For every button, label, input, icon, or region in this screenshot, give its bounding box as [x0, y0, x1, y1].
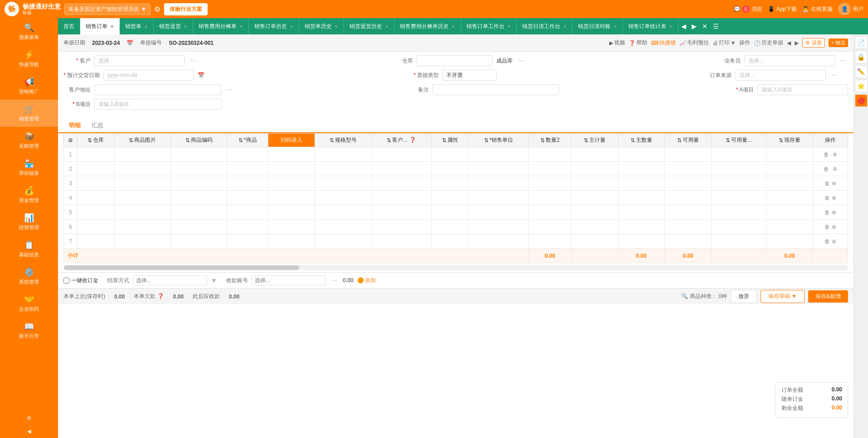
row-2-spec[interactable]: [315, 162, 371, 176]
row-5-available2[interactable]: [711, 205, 766, 220]
row-7-available[interactable]: [664, 234, 711, 249]
copy-icon-4[interactable]: ⊕: [832, 195, 836, 201]
row-1-action[interactable]: 🗑 ⊕: [813, 147, 848, 162]
sidebar-item-management[interactable]: 📊 经营管理: [0, 208, 58, 236]
right-tool-edit[interactable]: ✏️: [855, 65, 868, 78]
tab-close-sales-return[interactable]: ✕: [184, 24, 187, 29]
row-2-code[interactable]: [171, 162, 228, 176]
gear-button[interactable]: ⚙: [154, 5, 160, 14]
tab-close-sales-expense[interactable]: ✕: [239, 24, 243, 29]
row-4-main-qty[interactable]: [618, 191, 664, 205]
one-click-label[interactable]: 一键收订金: [63, 277, 98, 284]
th-spec[interactable]: ⇅规格型号: [315, 134, 371, 147]
row-3-available2[interactable]: [711, 176, 766, 191]
th-customer-code[interactable]: ⇅客户... ❓: [371, 134, 432, 147]
prev-record-btn[interactable]: ◀: [787, 40, 791, 46]
sidebar-item-marketing[interactable]: 📢 营销推广: [0, 72, 58, 100]
sidebar-item-finance[interactable]: 💰 资金管理: [0, 181, 58, 208]
tab-close-daily-account[interactable]: ✕: [613, 24, 617, 29]
row-4-scan[interactable]: [268, 191, 315, 205]
row-4-available2[interactable]: [711, 191, 766, 205]
tab-next-btn[interactable]: ▶: [689, 18, 699, 34]
discard-btn[interactable]: 放弃: [731, 290, 757, 303]
row-3-main-unit[interactable]: [571, 176, 618, 191]
table-scroll-thumb[interactable]: [64, 265, 299, 270]
payment-input[interactable]: [133, 275, 207, 285]
save-draft-btn[interactable]: 保存草稿 ▼: [761, 290, 805, 303]
tab-prev-btn[interactable]: ◀: [679, 18, 689, 34]
add-btn[interactable]: 🟠 添加: [357, 277, 376, 284]
tab-close-all-btn[interactable]: ✕: [699, 18, 710, 34]
row-5-warehouse[interactable]: [78, 205, 114, 220]
tab-sales-stats[interactable]: 销售订单统计表 ✕: [623, 18, 679, 34]
save-new-btn[interactable]: 保存&新增: [808, 290, 848, 303]
history-btn[interactable]: 🕐 历史单据: [754, 39, 783, 47]
row-1-main-unit[interactable]: [571, 147, 618, 162]
delete-icon-4[interactable]: 🗑: [824, 195, 830, 201]
right-tool-lock[interactable]: 🔒: [855, 51, 868, 63]
copy-icon-7[interactable]: ⊕: [832, 238, 836, 245]
payment-dropdown-icon[interactable]: ▼: [211, 277, 217, 284]
delete-icon-5[interactable]: 🗑: [824, 209, 830, 216]
row-1-attr[interactable]: [432, 147, 468, 162]
row-7-qty2[interactable]: [529, 234, 572, 249]
row-2-main-unit[interactable]: [571, 162, 618, 176]
tab-close-history[interactable]: ✕: [290, 24, 293, 29]
tab-order-workbench[interactable]: 销售订单工作台 ✕: [461, 18, 517, 34]
sidebar-item-system[interactable]: ⚙️ 系统管理: [0, 263, 58, 290]
sidebar-collapse-btn[interactable]: ◀: [0, 425, 58, 438]
row-7-unit[interactable]: [468, 234, 529, 249]
tab-close-expense-history[interactable]: ✕: [451, 24, 455, 29]
salesperson-input[interactable]: [744, 55, 835, 66]
sidebar-item-purchase[interactable]: 📦 采购管理: [0, 127, 58, 154]
customer-input[interactable]: [94, 55, 185, 66]
right-tool-alert[interactable]: 🔴: [855, 94, 868, 107]
row-6-available[interactable]: [664, 220, 711, 234]
row-5-attr[interactable]: [432, 205, 468, 220]
row-3-qty2[interactable]: [529, 176, 572, 191]
row-4-warehouse[interactable]: [78, 191, 114, 205]
row-5-main-qty[interactable]: [618, 205, 664, 220]
tab-daily-workbench[interactable]: 钱货日清工作台 ✕: [517, 18, 572, 34]
row-1-image[interactable]: [114, 147, 171, 162]
tab-sales-return[interactable]: 销货退货 ✕: [154, 18, 193, 34]
tab-home[interactable]: 首页: [58, 18, 80, 34]
sidebar-item-quicknav[interactable]: ⚡ 快捷导航: [0, 45, 58, 72]
system-selector[interactable]: 装备及固定资产辅助管理系统 ▼: [64, 4, 150, 15]
row-4-stock[interactable]: [766, 191, 813, 205]
copy-icon-5[interactable]: ⊕: [832, 209, 836, 216]
tab-invoice-history[interactable]: 销货单历史 ✕: [299, 18, 344, 34]
th-main-qty[interactable]: ⇅主数量: [618, 134, 664, 147]
delivery-calendar-icon[interactable]: 📅: [198, 72, 204, 78]
order-source-input[interactable]: [735, 70, 826, 81]
print-btn[interactable]: 🖨 打印 ▼: [713, 39, 736, 47]
tab-close-sales-stats[interactable]: ✕: [669, 24, 673, 29]
row-1-qty2[interactable]: [529, 147, 572, 162]
row-5-customer-code[interactable]: [371, 205, 432, 220]
row-5-action[interactable]: 🗑⊕: [813, 205, 848, 220]
row-3-product[interactable]: [228, 176, 268, 191]
row-2-qty2[interactable]: [529, 162, 572, 176]
row-1-available[interactable]: [664, 147, 711, 162]
salesperson-dots[interactable]: ···: [839, 57, 848, 65]
row-7-scan[interactable]: [268, 234, 315, 249]
a-project-input[interactable]: [757, 84, 848, 95]
row-1-product[interactable]: [228, 147, 268, 162]
row-3-spec[interactable]: [315, 176, 371, 191]
tab-close-order-workbench[interactable]: ✕: [507, 24, 511, 29]
row-4-image[interactable]: [114, 191, 171, 205]
th-image[interactable]: ⇅商品图片: [114, 134, 171, 147]
row-7-code[interactable]: [171, 234, 228, 249]
th-warehouse[interactable]: ⇅仓库: [78, 134, 114, 147]
row-6-spec[interactable]: [315, 220, 371, 234]
tab-daily-account[interactable]: 钱货日清对账 ✕: [572, 18, 623, 34]
row-5-main-unit[interactable]: [571, 205, 618, 220]
row-6-warehouse[interactable]: [78, 220, 114, 234]
th-available[interactable]: ⇅可用量: [664, 134, 711, 147]
row-4-customer-code[interactable]: [371, 191, 432, 205]
customer-dots[interactable]: ···: [189, 57, 198, 65]
row-2-customer-code[interactable]: [371, 162, 432, 176]
copy-icon-3[interactable]: ⊕: [832, 180, 836, 187]
sidebar-item-inventory[interactable]: 🏪 库存核算: [0, 154, 58, 181]
row-1-customer-code[interactable]: [371, 147, 432, 162]
